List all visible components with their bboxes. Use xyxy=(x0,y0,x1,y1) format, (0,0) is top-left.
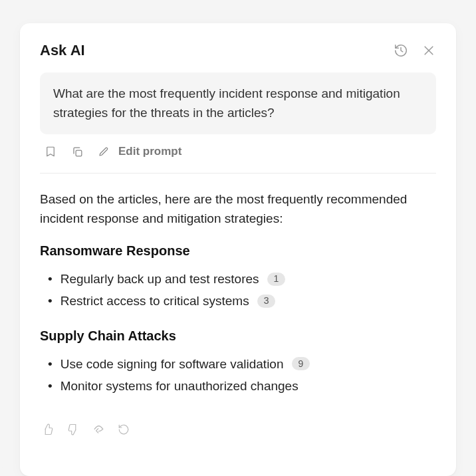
edit-prompt-label: Edit prompt xyxy=(118,145,181,158)
card-header: Ask AI xyxy=(40,42,436,59)
regenerate-icon[interactable] xyxy=(117,423,130,436)
list-item-text: Regularly back up and test restores xyxy=(60,269,259,289)
share-icon[interactable] xyxy=(92,423,105,436)
section-heading: Ransomware Response xyxy=(40,241,436,261)
reference-badge[interactable]: 3 xyxy=(257,295,276,308)
section-heading: Supply Chain Attacks xyxy=(40,326,436,346)
edit-prompt-button[interactable]: Edit prompt xyxy=(97,145,181,158)
answer-body: Based on the articles, here are the most… xyxy=(40,189,436,398)
list-item: • Restrict access to critical systems 3 xyxy=(48,290,436,312)
reference-badge[interactable]: 9 xyxy=(292,357,310,370)
bullet-dot: • xyxy=(48,269,53,289)
answer-intro: Based on the articles, here are the most… xyxy=(40,189,436,229)
svg-rect-2 xyxy=(76,150,82,156)
ask-ai-card: Ask AI What are the most xyxy=(20,23,456,476)
prompt-box: What are the most frequently incident re… xyxy=(40,72,436,134)
page-background: Ask AI What are the most xyxy=(0,0,476,476)
bullet-dot: • xyxy=(48,376,53,396)
header-icon-group xyxy=(394,43,436,58)
bullet-list: • Regularly back up and test restores 1 … xyxy=(40,268,436,312)
bullet-dot: • xyxy=(48,291,53,310)
copy-icon[interactable] xyxy=(70,145,84,158)
list-item: • Use code signing for software validati… xyxy=(48,353,436,375)
thumbs-up-icon[interactable] xyxy=(41,423,55,436)
list-item-text: Use code signing for software validation xyxy=(60,354,284,374)
list-item-text: Monitor systems for unauthorized changes xyxy=(60,376,298,396)
feedback-row xyxy=(40,411,436,436)
list-item-text: Restrict access to critical systems xyxy=(60,291,249,310)
close-icon[interactable] xyxy=(421,43,436,58)
bookmark-icon[interactable] xyxy=(44,145,57,158)
card-title: Ask AI xyxy=(40,42,85,59)
list-item: • Regularly back up and test restores 1 xyxy=(48,268,436,290)
bullet-dot: • xyxy=(48,354,53,374)
reference-badge[interactable]: 1 xyxy=(267,273,286,286)
thumbs-down-icon[interactable] xyxy=(66,423,80,436)
history-icon[interactable] xyxy=(394,43,408,58)
prompt-text: What are the most frequently incident re… xyxy=(53,86,400,120)
bullet-list: • Use code signing for software validati… xyxy=(40,353,436,398)
list-item: • Monitor systems for unauthorized chang… xyxy=(48,375,436,397)
pencil-icon xyxy=(97,145,110,158)
prompt-action-row: Edit prompt xyxy=(40,145,436,174)
